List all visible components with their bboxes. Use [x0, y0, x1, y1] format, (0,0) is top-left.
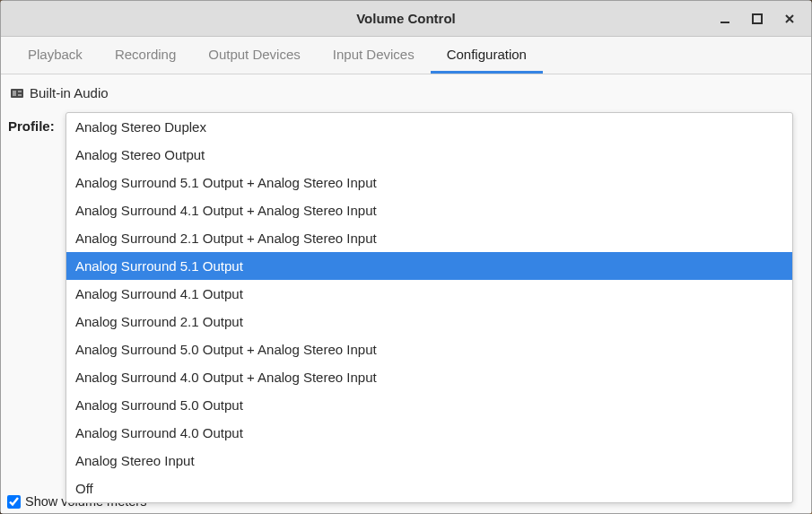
svg-rect-5: [18, 94, 22, 96]
profile-option-selected[interactable]: Analog Surround 5.1 Output: [66, 252, 792, 280]
app-window: Volume Control Playback Recording Output…: [0, 0, 812, 514]
profile-option[interactable]: Analog Surround 4.0 Output: [66, 419, 792, 447]
profile-option[interactable]: Analog Surround 2.1 Output + Analog Ster…: [66, 224, 792, 252]
maximize-button[interactable]: [748, 10, 766, 28]
profile-label: Profile:: [8, 109, 55, 134]
tab-input-devices[interactable]: Input Devices: [317, 37, 431, 74]
show-volume-meters-checkbox[interactable]: [7, 495, 21, 509]
profile-option[interactable]: Analog Surround 2.1 Output: [66, 308, 792, 335]
profile-dropdown-list[interactable]: Analog Stereo Duplex Analog Stereo Outpu…: [65, 112, 793, 503]
profile-option[interactable]: Analog Stereo Output: [66, 141, 792, 169]
svg-rect-4: [18, 91, 22, 92]
window-controls: [709, 1, 806, 36]
content-area: Built-in Audio Profile: Analog Stereo Du…: [1, 74, 811, 513]
profile-option[interactable]: Off: [66, 475, 792, 502]
sound-card-icon: [10, 86, 24, 100]
profile-option[interactable]: Analog Stereo Input: [66, 447, 792, 475]
tab-bar: Playback Recording Output Devices Input …: [1, 37, 811, 74]
profile-option[interactable]: Analog Surround 4.1 Output + Analog Ster…: [66, 196, 792, 224]
maximize-icon: [751, 13, 764, 25]
close-icon: [783, 13, 796, 25]
close-button[interactable]: [781, 10, 799, 28]
profile-option[interactable]: Analog Surround 5.0 Output: [66, 391, 792, 419]
svg-rect-3: [13, 91, 16, 96]
tab-playback[interactable]: Playback: [12, 37, 99, 74]
profile-option[interactable]: Analog Surround 5.0 Output + Analog Ster…: [66, 335, 792, 363]
tab-recording[interactable]: Recording: [99, 37, 192, 74]
svg-rect-0: [720, 22, 729, 23]
profile-option[interactable]: Analog Surround 5.1 Output + Analog Ster…: [66, 169, 792, 196]
minimize-button[interactable]: [716, 10, 734, 28]
svg-rect-1: [753, 14, 762, 23]
tab-output-devices[interactable]: Output Devices: [192, 37, 317, 74]
minimize-icon: [719, 13, 731, 25]
profile-option[interactable]: Analog Surround 4.1 Output: [66, 280, 792, 308]
tab-configuration[interactable]: Configuration: [431, 37, 543, 74]
profile-option[interactable]: Analog Surround 4.0 Output + Analog Ster…: [66, 363, 792, 391]
window-title: Volume Control: [356, 11, 456, 26]
titlebar[interactable]: Volume Control: [1, 1, 811, 37]
profile-option[interactable]: Analog Stereo Duplex: [66, 113, 792, 141]
device-name: Built-in Audio: [30, 85, 109, 100]
device-header: Built-in Audio: [10, 85, 802, 100]
